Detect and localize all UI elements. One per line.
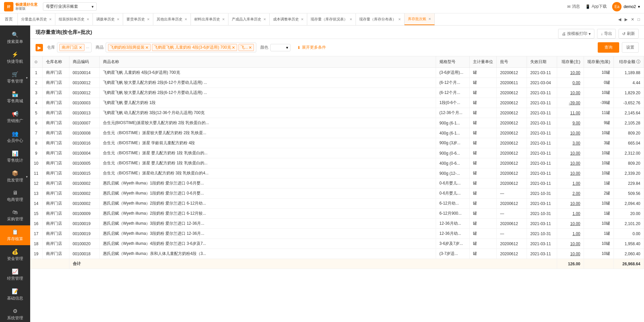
cell-qty-main[interactable]: 1.00: [557, 229, 584, 239]
cell-name: 合生元(BIOSTIME)派星较大婴儿配方奶粉 2段 乳铁蛋白的...: [99, 118, 436, 128]
tab-disassemble[interactable]: 组装拆卸单历史 ✕: [55, 13, 93, 25]
cell-expire: 2021-10-31: [527, 189, 557, 199]
sidebar-item-retail-shop[interactable]: 🏪 零售商城: [0, 88, 30, 107]
sidebar-item-basics[interactable]: 📝 基础信息: [0, 285, 30, 305]
table-row: 5南岸门店00100013飞鹤星飞帆 幼儿配方奶粉 3段(12-36个月幼儿适用…: [30, 108, 644, 118]
sidebar-item-wholesale[interactable]: 📦 批发管理 ▼: [0, 167, 30, 186]
sidebar-item-search[interactable]: 🔍 搜索菜单: [0, 28, 30, 48]
tab-cost-adjust[interactable]: 成本调整单历史 ✕: [270, 13, 307, 25]
sidebar-item-member[interactable]: 👥 会员中心: [0, 127, 30, 147]
tab-product-in[interactable]: 产成品入库单历史 ✕: [228, 13, 270, 25]
product-tag-2-remove[interactable]: ✕: [232, 45, 235, 50]
sidebar-item-purchase[interactable]: 🛍 采购管理: [0, 206, 30, 225]
search-btn[interactable]: 查询: [598, 42, 619, 53]
tab-close-all-btn[interactable]: ✕: [630, 16, 636, 22]
cell-qty-main[interactable]: 10.00: [557, 158, 584, 168]
cell-qty-main[interactable]: 10.00: [557, 88, 584, 98]
cell-spec: 12-36月幼...: [436, 219, 470, 229]
color-filter[interactable]: ▾: [270, 44, 290, 51]
tab-close-stock-status[interactable]: ✕: [350, 17, 352, 21]
expand-conditions[interactable]: ⬇ 展开更多条件: [297, 45, 326, 50]
tab-close-request[interactable]: ✕: [147, 17, 150, 21]
table-row: 1南岸门店00100014飞鹤星飞帆 儿童奶粉 4段(3-6岁适用) 700克(…: [30, 68, 644, 78]
print-arrow: ▾: [589, 32, 591, 36]
tab-more-btn[interactable]: □: [636, 16, 641, 22]
cell-qty-main[interactable]: 11.00: [557, 108, 584, 118]
tab-close-other-out[interactable]: ✕: [184, 17, 187, 21]
cell-qty-main[interactable]: 0.00: [557, 78, 584, 88]
warehouse-filter[interactable]: 南岸门店 ✕ ···: [57, 43, 92, 52]
tab-prev-btn[interactable]: ◀: [617, 16, 623, 22]
cell-code: 00100019: [69, 219, 99, 229]
cell-qty-main[interactable]: 10.00: [557, 68, 584, 78]
cell-spec: (6-12个月...: [436, 78, 470, 88]
cell-qty-main[interactable]: 1.00: [557, 178, 584, 189]
cell-qty-main[interactable]: 10.00: [557, 168, 584, 178]
cell-index: 1: [30, 68, 42, 78]
cell-batch: 20200612: [497, 219, 527, 229]
refresh-btn[interactable]: ↺ 刷新: [619, 29, 639, 39]
cell-qty-main[interactable]: 10.00: [557, 219, 584, 229]
action-buttons: 🖨 按模板打印 ▾ ↓ 导出 ↺ 刷新: [558, 29, 639, 39]
cell-qty-main[interactable]: 10.00: [557, 128, 584, 138]
message-btn[interactable]: ✉ 消息: [567, 4, 580, 9]
tab-stock-status[interactable]: 现存量（库存状况表） ✕: [307, 13, 356, 25]
cell-spec: 0-6月婴儿...: [436, 189, 470, 199]
tab-close-disassemble[interactable]: ✕: [87, 17, 89, 21]
tab-close-transfer[interactable]: ✕: [117, 17, 119, 21]
tab-stock-dist[interactable]: 现存量（库存分布表） ✕: [356, 13, 405, 25]
cell-code: 00100016: [69, 138, 99, 148]
sidebar-item-retail-stats[interactable]: 📊 零售统计: [0, 147, 30, 167]
sidebar-item-quick-nav[interactable]: ⚡ 快捷导航: [0, 48, 30, 68]
sidebar-item-operations[interactable]: 📈 经营管理: [0, 265, 30, 285]
setting-btn[interactable]: 设置: [622, 42, 639, 53]
sidebar-item-finance[interactable]: 💰 资金管理: [0, 245, 30, 265]
tab-transfer[interactable]: 调拨单历史 ✕: [93, 13, 123, 25]
column-settings-icon[interactable]: ⚙: [34, 60, 38, 64]
print-btn[interactable]: 🖨 按模板打印 ▾: [558, 29, 594, 39]
table-row: 14南岸门店00100002惠氏启赋（Wyeth illuma）2段奶粉 爱尔兰…: [30, 199, 644, 209]
tab-close-material-out[interactable]: ✕: [222, 17, 225, 21]
warehouse-ellipsis[interactable]: ···: [86, 45, 89, 50]
tab-batch-voucher[interactable]: 库存批次账 ✕: [405, 13, 435, 25]
export-btn[interactable]: ↓ 导出: [597, 29, 616, 39]
retail-icon: 🛒: [12, 71, 18, 77]
cell-qty-main[interactable]: 10.00: [557, 148, 584, 158]
sidebar-item-inventory[interactable]: 📋 库存核算: [0, 225, 30, 245]
sidebar-item-system[interactable]: ⚙ 系统管理: [0, 305, 30, 322]
tab-close-cost-adjust[interactable]: ✕: [301, 17, 304, 21]
tab-request[interactable]: 要货单历史 ✕: [123, 13, 153, 25]
cell-qty-pkg: 10罐: [584, 249, 614, 259]
tab-home[interactable]: 首页: [0, 13, 18, 25]
product-filter[interactable]: 飞鹤奶粉3段两提装 ✕ 飞鹤星飞帆 儿童奶粉 4段(3-6岁适用) 700克 ✕…: [106, 43, 256, 52]
product-tag-3-remove[interactable]: ✕: [249, 45, 252, 50]
cell-qty-main[interactable]: 10.00: [557, 239, 584, 249]
cell-warehouse: 南岸门店: [42, 98, 69, 108]
product-tag-1-remove[interactable]: ✕: [145, 45, 149, 50]
tab-next-btn[interactable]: ▶: [623, 16, 629, 22]
sidebar-item-marketing[interactable]: 📢 营销推广: [0, 107, 30, 127]
tab-close-product-in[interactable]: ✕: [263, 17, 266, 21]
sidebar-item-retail[interactable]: 🛒 零售管理 ▼: [0, 68, 30, 88]
cell-qty-main[interactable]: 10.00: [557, 249, 584, 259]
tab-close-split[interactable]: ✕: [49, 17, 52, 21]
cell-name: 惠氏启赋（Wyeth illuma）2段奶粉 爱尔兰进口 6-12月较...: [99, 209, 436, 219]
cell-qty-main[interactable]: 9.00: [557, 118, 584, 128]
cell-qty-main[interactable]: 2.00: [557, 189, 584, 199]
tab-other-out[interactable]: 其他出库单历史 ✕: [153, 13, 191, 25]
cell-qty-main[interactable]: -39.00: [557, 98, 584, 108]
app-download-btn[interactable]: 📱 App下载: [585, 4, 607, 9]
user-area[interactable]: Ea demo2 ▾: [612, 2, 640, 11]
sidebar-item-ecommerce[interactable]: 🖥 电商管理: [0, 186, 30, 206]
expand-filter-btn[interactable]: ▶: [36, 44, 43, 51]
cell-qty-main[interactable]: 1.00: [557, 209, 584, 219]
th-settings[interactable]: ⚙: [30, 56, 42, 68]
cell-qty-main[interactable]: 10.00: [557, 199, 584, 209]
warehouse-tag-remove[interactable]: ✕: [79, 45, 82, 50]
tab-split[interactable]: 分量盘点单历史 ✕: [18, 13, 55, 25]
tab-close-stock-dist[interactable]: ✕: [398, 17, 401, 21]
tab-material-out[interactable]: 材料出库单历史 ✕: [191, 13, 228, 25]
tab-close-batch-voucher[interactable]: ✕: [428, 17, 431, 21]
account-dropdown[interactable]: 母婴行业演示账套 ▾: [43, 2, 97, 11]
cell-qty-main[interactable]: 3.00: [557, 138, 584, 148]
